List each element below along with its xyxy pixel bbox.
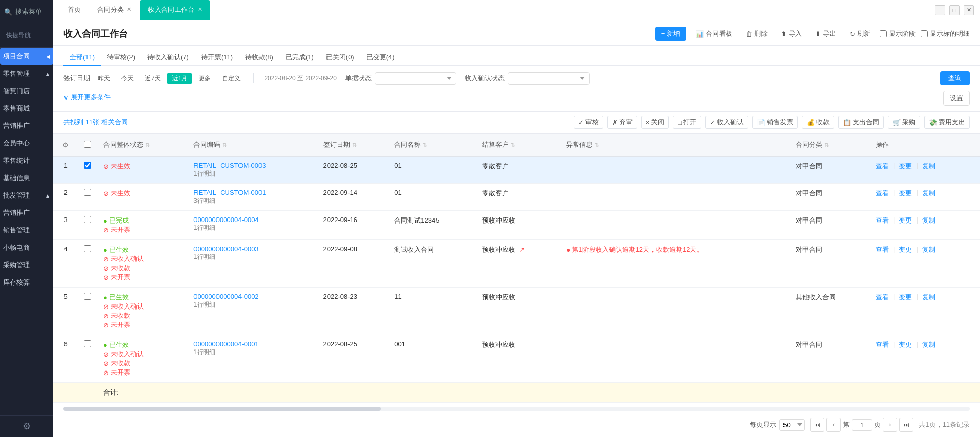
copy-btn[interactable]: 复制: [922, 189, 935, 198]
table-action-review[interactable]: ✓审核: [574, 116, 603, 129]
copy-btn[interactable]: 复制: [922, 162, 935, 171]
income-confirm-select[interactable]: [508, 72, 590, 85]
sidebar-item-inventory[interactable]: 库存核算: [0, 274, 53, 291]
sidebar-item-member[interactable]: 会员中心: [0, 135, 53, 152]
copy-btn[interactable]: 复制: [922, 245, 935, 254]
view-btn[interactable]: 查看: [876, 189, 889, 198]
contract-code-link[interactable]: 0000000000004-0003: [193, 245, 311, 253]
sidebar-item-purchase[interactable]: 采购管理: [0, 256, 53, 274]
sidebar-search[interactable]: 🔍 搜索菜单: [0, 0, 53, 24]
show-fields-input[interactable]: [880, 30, 887, 37]
filter-tab-pending_confirm[interactable]: 待收入确认(7): [141, 50, 195, 66]
custom-btn[interactable]: 自定义: [217, 73, 245, 84]
row-checkbox-5[interactable]: [84, 340, 91, 347]
sidebar-item-basic_info[interactable]: 基础信息: [0, 169, 53, 187]
contract-code-link[interactable]: RETAIL_CUSTOM-0001: [193, 189, 311, 196]
tab-close-income_workbench[interactable]: ✕: [198, 6, 202, 13]
row-checkbox-0[interactable]: [84, 162, 91, 169]
view-btn[interactable]: 查看: [876, 245, 889, 254]
column-settings-icon[interactable]: ⚙: [59, 139, 72, 151]
filter-tab-pending_review[interactable]: 待审核(2): [101, 50, 141, 66]
more-btn[interactable]: 更多: [194, 73, 215, 84]
close-button[interactable]: ✕: [964, 5, 974, 15]
contract-code-link[interactable]: 0000000000004-0002: [193, 293, 311, 300]
first-page-btn[interactable]: ⏮: [810, 418, 824, 432]
settings-button[interactable]: 设置: [943, 91, 970, 106]
view-btn[interactable]: 查看: [876, 162, 889, 171]
maximize-button[interactable]: □: [949, 5, 960, 15]
filter-tab-completed[interactable]: 已完成(1): [279, 50, 320, 66]
contract-code-link[interactable]: RETAIL_CUSTOM-0003: [193, 162, 311, 169]
select-all-checkbox[interactable]: [84, 141, 91, 148]
show-details-checkbox[interactable]: 显示标的明细: [921, 29, 970, 38]
prev-page-btn[interactable]: ‹: [826, 418, 841, 432]
sidebar-item-smart_store[interactable]: 智慧门店: [0, 82, 53, 100]
tab-contract_category[interactable]: 合同分类✕: [89, 0, 140, 20]
sidebar-item-retail[interactable]: 零售管理▲: [0, 65, 53, 82]
sidebar-item-project[interactable]: 项目合同◀: [0, 48, 53, 65]
next-page-btn[interactable]: ›: [883, 418, 897, 432]
filter-tab-all[interactable]: 全部(11): [63, 50, 101, 66]
minimize-button[interactable]: —: [935, 5, 945, 15]
tab-close-contract_category[interactable]: ✕: [127, 6, 132, 13]
sidebar-item-online_store[interactable]: 零售商城: [0, 100, 53, 117]
table-action-close[interactable]: ×关闭: [641, 116, 669, 129]
tab-income_workbench[interactable]: 收入合同工作台✕: [140, 0, 210, 20]
row-checkbox-3[interactable]: [84, 245, 91, 252]
copy-btn[interactable]: 复制: [922, 216, 935, 225]
last1month-btn[interactable]: 近1月: [167, 73, 192, 84]
doc-status-select[interactable]: [375, 72, 456, 85]
page-size-select[interactable]: 50 10 20 100: [779, 419, 805, 431]
table-action-sales_invoice[interactable]: 📄销售发票: [752, 116, 798, 129]
expand-more-btn[interactable]: ∨ 展开更多条件: [63, 89, 111, 106]
last-page-btn[interactable]: ⏭: [899, 418, 913, 432]
tab-home[interactable]: 首页: [59, 0, 89, 20]
new-button[interactable]: + 新增: [655, 27, 686, 41]
last7days-btn[interactable]: 近7天: [140, 73, 165, 84]
sidebar-item-sales_mgmt[interactable]: 销售管理: [0, 222, 53, 239]
yesterday-btn[interactable]: 昨天: [93, 73, 115, 84]
show-fields-checkbox[interactable]: 显示阶段: [880, 29, 916, 38]
table-action-expense_contract[interactable]: 📋支出合同: [838, 116, 884, 129]
import-button[interactable]: ⬆ 导入: [777, 27, 806, 40]
sidebar-item-marketing2[interactable]: 营销推广: [0, 204, 53, 222]
copy-btn[interactable]: 复制: [922, 293, 935, 302]
filter-tab-closed[interactable]: 已关闭(0): [320, 50, 360, 66]
table-action-collection[interactable]: 💰收款: [802, 116, 834, 129]
settings-icon[interactable]: ⚙: [23, 421, 31, 432]
today-btn[interactable]: 今天: [117, 73, 138, 84]
delete-button[interactable]: 🗑 删除: [742, 27, 772, 40]
edit-btn[interactable]: 变更: [899, 340, 912, 349]
view-btn[interactable]: 查看: [876, 216, 889, 225]
table-action-purchase[interactable]: 🛒采购: [888, 116, 920, 129]
refresh-button[interactable]: ↻ 刷新: [845, 27, 875, 40]
table-action-abandon[interactable]: ✗弃审: [607, 116, 637, 129]
edit-btn[interactable]: 变更: [899, 245, 912, 254]
filter-tab-pending_payment[interactable]: 待收款(8): [239, 50, 279, 66]
sidebar-item-xiaowei[interactable]: 小畅电商: [0, 239, 53, 256]
show-details-input[interactable]: [921, 30, 928, 37]
filter-tab-changed[interactable]: 已变更(4): [360, 50, 401, 66]
kanban-button[interactable]: 📊 合同看板: [691, 27, 736, 40]
table-action-expense_output[interactable]: 💸费用支出: [924, 116, 970, 129]
sidebar-item-wholesale[interactable]: 批发管理▲: [0, 187, 53, 204]
edit-btn[interactable]: 变更: [899, 189, 912, 198]
query-button[interactable]: 查询: [940, 71, 970, 85]
row-checkbox-2[interactable]: [84, 216, 91, 223]
sidebar-item-marketing[interactable]: 营销推广: [0, 117, 53, 135]
table-action-income_confirm[interactable]: ✓收入确认: [705, 116, 748, 129]
contract-code-link[interactable]: 0000000000004-0004: [193, 216, 311, 224]
sidebar-item-retail_stat[interactable]: 零售统计: [0, 152, 53, 169]
view-btn[interactable]: 查看: [876, 293, 889, 302]
contract-code-link[interactable]: 0000000000004-0001: [193, 340, 311, 348]
view-btn[interactable]: 查看: [876, 340, 889, 349]
row-checkbox-4[interactable]: [84, 293, 91, 300]
edit-btn[interactable]: 变更: [899, 162, 912, 171]
page-number-input[interactable]: [852, 419, 872, 431]
edit-btn[interactable]: 变更: [899, 293, 912, 302]
table-action-open[interactable]: □打开: [673, 116, 701, 129]
export-button[interactable]: ⬇ 导出: [811, 27, 840, 40]
edit-btn[interactable]: 变更: [899, 216, 912, 225]
filter-tab-pending_invoice[interactable]: 待开票(11): [195, 50, 239, 66]
copy-btn[interactable]: 复制: [922, 340, 935, 349]
